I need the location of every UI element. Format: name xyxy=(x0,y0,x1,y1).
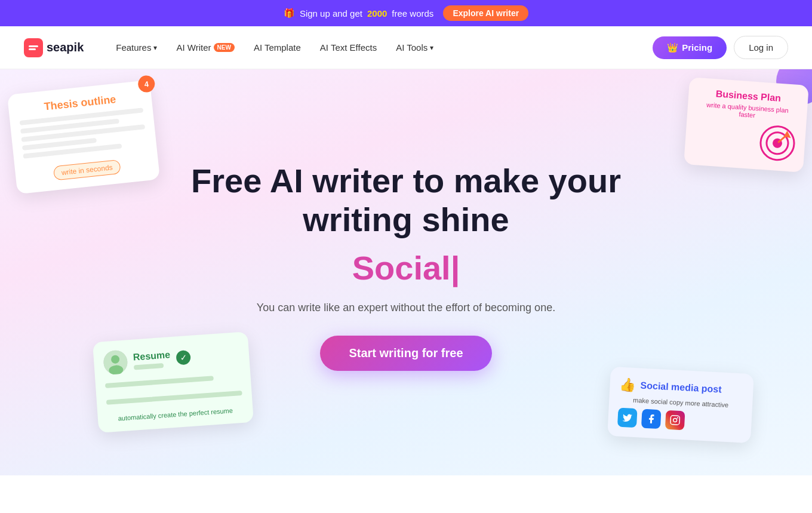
bottom-section: Cover 600+ free AI writing tools xyxy=(0,475,812,513)
svg-rect-1 xyxy=(29,48,36,50)
explore-ai-writer-button[interactable]: Explore AI writer xyxy=(443,5,528,21)
nav-features[interactable]: Features ▾ xyxy=(107,38,165,57)
svg-point-11 xyxy=(673,418,676,422)
logo-text: seapik xyxy=(47,41,84,54)
nav-ai-writer[interactable]: AI Writer NEW xyxy=(168,38,242,57)
svg-point-12 xyxy=(677,417,678,418)
ai-writer-badge: NEW xyxy=(214,43,235,52)
hero-subtitle: You can write like an expert without the… xyxy=(137,302,675,314)
ai-writer-label: AI Writer xyxy=(176,42,211,53)
nav-links: Features ▾ AI Writer NEW AI Template AI … xyxy=(107,38,653,57)
nav-ai-template[interactable]: AI Template xyxy=(245,38,309,57)
banner-text-before: Sign up and get xyxy=(300,8,362,19)
resume-card-sub: automatically create the perfect resume xyxy=(107,406,244,423)
ai-tools-chevron-icon: ▾ xyxy=(430,44,433,52)
start-writing-button[interactable]: Start writing for free xyxy=(320,336,491,371)
banner-gift-icon: 🎁 xyxy=(284,8,295,19)
nav-ai-tools[interactable]: AI Tools ▾ xyxy=(387,38,442,57)
hero-heading: Free AI writer to make your writing shin… xyxy=(137,162,675,239)
ai-tools-label: AI Tools xyxy=(396,42,427,53)
nav-ai-text-effects[interactable]: AI Text Effects xyxy=(312,38,385,57)
instagram-icon xyxy=(665,410,685,431)
features-chevron-icon: ▾ xyxy=(153,44,157,52)
business-card: Business Plan write a quality business p… xyxy=(684,77,809,173)
ai-template-label: AI Template xyxy=(254,42,301,53)
pricing-label: Pricing xyxy=(682,42,712,53)
banner-text-after: free words xyxy=(392,8,433,19)
social-card-title: Social media post xyxy=(640,380,722,395)
facebook-icon xyxy=(641,409,662,429)
top-banner: 🎁 Sign up and get 2000 free words Explor… xyxy=(0,0,812,26)
twitter-icon xyxy=(617,408,638,428)
target-icon xyxy=(758,124,796,162)
social-icons xyxy=(617,408,742,434)
pricing-crown-icon: 👑 xyxy=(667,42,678,53)
thesis-write-badge: write in seconds xyxy=(53,159,121,181)
like-icon: 👍 xyxy=(619,377,636,393)
pricing-button[interactable]: 👑 Pricing xyxy=(653,36,727,59)
hero-animated-word: Social| xyxy=(137,248,675,287)
login-button[interactable]: Log in xyxy=(734,36,788,59)
svg-rect-10 xyxy=(670,416,680,425)
logo-link[interactable]: seapik xyxy=(24,38,84,57)
social-card-sub: make social copy more attractive xyxy=(619,396,743,410)
main-nav: seapik Features ▾ AI Writer NEW AI Templ… xyxy=(0,26,812,69)
features-label: Features xyxy=(116,42,151,53)
ai-text-effects-label: AI Text Effects xyxy=(320,42,377,53)
hero-content: Free AI writer to make your writing shin… xyxy=(137,162,675,371)
banner-highlight: 2000 xyxy=(367,8,387,19)
hero-section: Thesis outline write in seconds 4 Busine… xyxy=(0,69,812,475)
social-card: 👍 Social media post make social copy mor… xyxy=(607,367,754,443)
nav-right: 👑 Pricing Log in xyxy=(653,36,788,59)
logo-icon xyxy=(24,38,43,57)
resume-avatar xyxy=(103,349,128,375)
thesis-card-lines xyxy=(20,107,147,158)
svg-rect-0 xyxy=(29,45,38,47)
